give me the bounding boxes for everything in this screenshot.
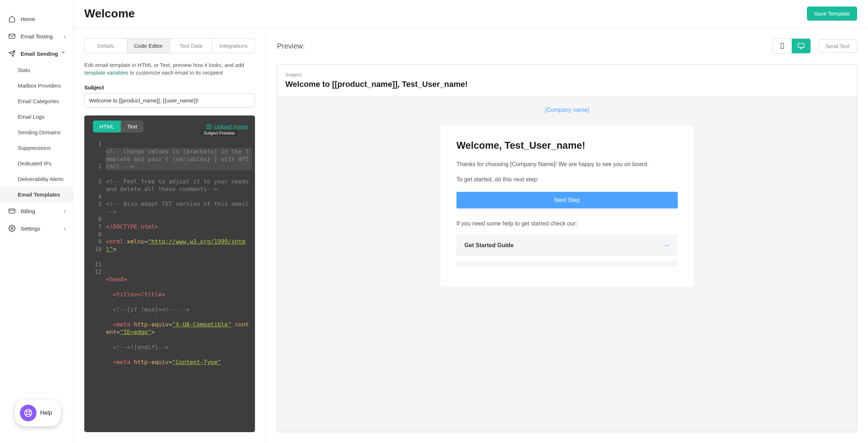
- preview-subject-block: Subject: Welcome to [[product_name]], Te…: [277, 65, 857, 97]
- sub-email-logs[interactable]: Email Logs: [0, 109, 73, 125]
- main: Welcome Save Template Details Code Edito…: [73, 0, 868, 443]
- get-started-guide-link[interactable]: Get Started Guide →: [456, 235, 678, 256]
- sub-email-categories[interactable]: Email Categories: [0, 93, 73, 109]
- code-body[interactable]: 1 2 3 4 5 6 7 8: [84, 136, 255, 432]
- tab-details[interactable]: Details: [85, 39, 127, 53]
- email-p1: Thanks for choosing [Company Name]! We a…: [456, 160, 678, 169]
- envelope-check-icon: [8, 32, 16, 40]
- send-test-button[interactable]: Send Test: [818, 39, 857, 53]
- company-name-link[interactable]: [Company name]: [441, 107, 694, 113]
- preview-label: Preview:: [277, 42, 305, 50]
- page-title: Welcome: [84, 7, 135, 20]
- text-tab[interactable]: Text: [121, 121, 144, 132]
- editor-help-text: Edit email template in HTML or Text, pre…: [84, 61, 255, 76]
- home-icon: [8, 15, 16, 23]
- template-variables-link[interactable]: template variables: [84, 69, 128, 76]
- help-label: Help: [40, 410, 52, 416]
- preview-frame: Subject: Welcome to [[product_name]], Te…: [277, 64, 857, 432]
- credit-card-icon: [8, 207, 16, 215]
- guide-link-partial[interactable]: [456, 261, 678, 267]
- email-card: Welcome, Test_User_name! Thanks for choo…: [441, 126, 694, 286]
- code-area: HTML Text Upload image Subject Preview: [84, 115, 255, 432]
- svg-rect-1: [9, 209, 15, 213]
- email-body: [Company name] Welcome, Test_User_name! …: [277, 97, 857, 432]
- nav-settings-label: Settings: [21, 225, 40, 232]
- email-p2: To get started, do this next step:: [456, 175, 678, 184]
- subject-label: Subject: [84, 84, 255, 90]
- nav-email-testing-label: Email Testing: [21, 33, 53, 39]
- svg-point-11: [208, 125, 209, 126]
- email-p3: If you need some help to get started che…: [456, 219, 678, 228]
- sub-suppressions[interactable]: Suppressions: [0, 140, 73, 156]
- tab-test-data[interactable]: Test Data: [170, 39, 213, 53]
- sub-mailbox-providers[interactable]: Mailbox Providers: [0, 78, 73, 93]
- editor-panel: Details Code Editor Test Data Integratio…: [73, 28, 266, 443]
- svg-line-6: [25, 410, 27, 412]
- code-toolbar: HTML Text Upload image Subject Preview: [84, 115, 255, 136]
- nav-billing[interactable]: Billing: [0, 202, 73, 220]
- svg-rect-14: [798, 43, 804, 48]
- nav-email-testing[interactable]: Email Testing: [0, 28, 73, 45]
- sidebar: Home Email Testing Email Sending Stats M…: [0, 0, 73, 443]
- guide-label: Get Started Guide: [464, 242, 514, 249]
- code-gutter: 1 2 3 4 5 6 7 8: [84, 136, 105, 432]
- tab-code-editor[interactable]: Code Editor: [127, 39, 170, 53]
- sub-deliverability-alerts[interactable]: Deliverability Alerts: [0, 171, 73, 187]
- email-heading: Welcome, Test_User_name!: [456, 140, 678, 151]
- preview-subject-label: Subject:: [285, 72, 849, 77]
- nav-settings[interactable]: Settings: [0, 220, 73, 237]
- nav-email-sending[interactable]: Email Sending: [0, 45, 73, 62]
- html-tab[interactable]: HTML: [93, 121, 121, 132]
- preview-panel: Preview: Send Test: [266, 28, 868, 443]
- device-mobile-button[interactable]: [773, 39, 792, 53]
- device-toggle: [773, 38, 811, 54]
- arrow-right-icon: →: [663, 241, 670, 249]
- upload-icon: [206, 124, 212, 130]
- editor-tabs: Details Code Editor Test Data Integratio…: [84, 38, 255, 53]
- device-desktop-button[interactable]: [792, 39, 810, 53]
- code-lines[interactable]: <!-- Change values in [brackets] in the …: [105, 136, 255, 432]
- tab-integrations[interactable]: Integrations: [212, 39, 255, 53]
- gear-icon: [8, 224, 16, 232]
- help-orb-icon: [20, 405, 37, 421]
- html-text-tabs: HTML Text: [93, 121, 144, 132]
- subject-preview-tooltip: Subject Preview: [201, 130, 238, 136]
- sub-stats[interactable]: Stats: [0, 62, 73, 78]
- help-widget[interactable]: Help: [15, 400, 61, 426]
- paper-plane-icon: [8, 50, 16, 58]
- svg-point-5: [27, 412, 30, 415]
- sub-sending-domains[interactable]: Sending Domains: [0, 125, 73, 140]
- nav-home-label: Home: [21, 16, 35, 22]
- svg-point-3: [11, 228, 13, 229]
- nav-email-sending-label: Email Sending: [21, 51, 58, 57]
- sub-email-templates[interactable]: Email Templates: [0, 187, 73, 202]
- workbench: Details Code Editor Test Data Integratio…: [73, 27, 868, 443]
- svg-line-7: [30, 410, 31, 412]
- preview-subject-text: Welcome to [[product_name]], Test_User_n…: [285, 80, 849, 89]
- upload-image-link[interactable]: Upload image: [206, 123, 248, 130]
- svg-line-8: [25, 414, 27, 416]
- svg-line-9: [30, 414, 31, 416]
- nav-billing-label: Billing: [21, 208, 35, 214]
- preview-header: Preview: Send Test: [277, 38, 857, 54]
- nav-home[interactable]: Home: [0, 10, 73, 28]
- sub-dedicated-ips[interactable]: Dedicated IPs: [0, 156, 73, 171]
- next-step-button[interactable]: Next Step: [456, 192, 678, 208]
- subject-input[interactable]: [84, 93, 255, 107]
- topbar: Welcome Save Template: [73, 0, 868, 27]
- save-template-button[interactable]: Save Template: [807, 7, 857, 21]
